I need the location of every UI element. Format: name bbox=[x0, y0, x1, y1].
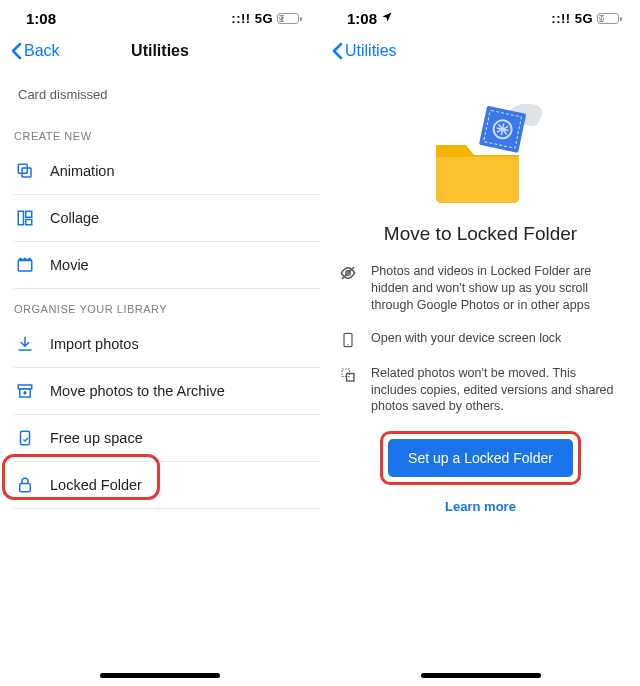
hero-illustration bbox=[321, 71, 640, 217]
svg-rect-8 bbox=[21, 431, 30, 445]
list-organise: Import photos Move photos to the Archive… bbox=[0, 321, 320, 508]
svg-rect-9 bbox=[20, 484, 31, 492]
section-header-create: CREATE NEW bbox=[0, 116, 320, 148]
home-indicator[interactable] bbox=[100, 673, 220, 678]
collage-icon bbox=[14, 209, 36, 227]
svg-rect-5 bbox=[18, 261, 32, 272]
bullet-screenlock: Open with your device screen lock bbox=[339, 330, 622, 349]
archive-icon bbox=[14, 382, 36, 400]
freeup-icon bbox=[14, 429, 36, 447]
device-icon bbox=[339, 330, 357, 349]
svg-rect-3 bbox=[26, 211, 32, 217]
list-item-label: Import photos bbox=[50, 336, 139, 352]
list-item-animation[interactable]: Animation bbox=[14, 148, 320, 194]
list-item-label: Move photos to the Archive bbox=[50, 383, 225, 399]
list-item-archive[interactable]: Move photos to the Archive bbox=[14, 367, 320, 414]
screen-utilities: 1:08 ::!! 5G 27 Back Utilities Card dism… bbox=[0, 0, 320, 686]
animation-icon bbox=[14, 162, 36, 180]
eye-off-icon bbox=[339, 263, 357, 314]
info-bullets: Photos and videos in Locked Folder are h… bbox=[321, 263, 640, 415]
list-item-label: Animation bbox=[50, 163, 114, 179]
list-item-collage[interactable]: Collage bbox=[14, 194, 320, 241]
lock-icon bbox=[14, 476, 36, 494]
list-item-label: Locked Folder bbox=[50, 477, 142, 493]
bullet-text: Related photos won't be moved. This incl… bbox=[371, 365, 622, 416]
list-item-label: Movie bbox=[50, 257, 89, 273]
toast-message: Card dismissed bbox=[0, 71, 320, 116]
svg-rect-2 bbox=[18, 211, 23, 225]
list-item-label: Free up space bbox=[50, 430, 143, 446]
stack-icon bbox=[339, 365, 357, 416]
home-indicator[interactable] bbox=[421, 673, 541, 678]
network-label: 5G bbox=[575, 11, 593, 26]
back-button[interactable]: Back bbox=[10, 42, 60, 60]
list-item-locked-folder[interactable]: Locked Folder bbox=[14, 461, 320, 508]
list-item-import[interactable]: Import photos bbox=[14, 321, 320, 367]
nav-bar: Back Utilities bbox=[0, 31, 320, 71]
svg-line-14 bbox=[342, 267, 354, 279]
battery-icon: 26 bbox=[597, 13, 622, 24]
back-button[interactable]: Utilities bbox=[331, 42, 397, 60]
signal-icon: ::!! bbox=[231, 11, 250, 26]
status-bar: 1:08 ::!! 5G 26 bbox=[321, 0, 640, 31]
list-item-freeup[interactable]: Free up space bbox=[14, 414, 320, 461]
list-create: Animation Collage Movie bbox=[0, 148, 320, 288]
svg-rect-4 bbox=[26, 220, 32, 225]
bullet-related: Related photos won't be moved. This incl… bbox=[339, 365, 622, 416]
screen-locked-folder-setup: 1:08 ::!! 5G 26 Utilities bbox=[320, 0, 640, 686]
status-time: 1:08 bbox=[347, 10, 377, 27]
highlight-cta: Set up a Locked Folder bbox=[380, 431, 581, 485]
bullet-text: Open with your device screen lock bbox=[371, 330, 561, 349]
battery-icon: 27 bbox=[277, 13, 302, 24]
bullet-hidden: Photos and videos in Locked Folder are h… bbox=[339, 263, 622, 314]
location-icon bbox=[381, 11, 393, 26]
signal-icon: ::!! bbox=[551, 11, 570, 26]
bullet-text: Photos and videos in Locked Folder are h… bbox=[371, 263, 622, 314]
back-label: Utilities bbox=[345, 42, 397, 60]
learn-more-link[interactable]: Learn more bbox=[445, 499, 516, 514]
nav-bar: Utilities bbox=[321, 31, 640, 71]
svg-rect-18 bbox=[347, 373, 355, 381]
page-title: Move to Locked Folder bbox=[321, 217, 640, 263]
back-label: Back bbox=[24, 42, 60, 60]
svg-rect-17 bbox=[342, 369, 350, 377]
movie-icon bbox=[14, 256, 36, 274]
list-item-label: Collage bbox=[50, 210, 99, 226]
network-label: 5G bbox=[255, 11, 273, 26]
section-header-organise: ORGANISE YOUR LIBRARY bbox=[0, 289, 320, 321]
download-icon bbox=[14, 335, 36, 353]
status-time: 1:08 bbox=[26, 10, 56, 27]
svg-point-16 bbox=[347, 344, 348, 345]
setup-locked-folder-button[interactable]: Set up a Locked Folder bbox=[388, 439, 573, 477]
list-item-movie[interactable]: Movie bbox=[14, 241, 320, 288]
status-bar: 1:08 ::!! 5G 27 bbox=[0, 0, 320, 31]
